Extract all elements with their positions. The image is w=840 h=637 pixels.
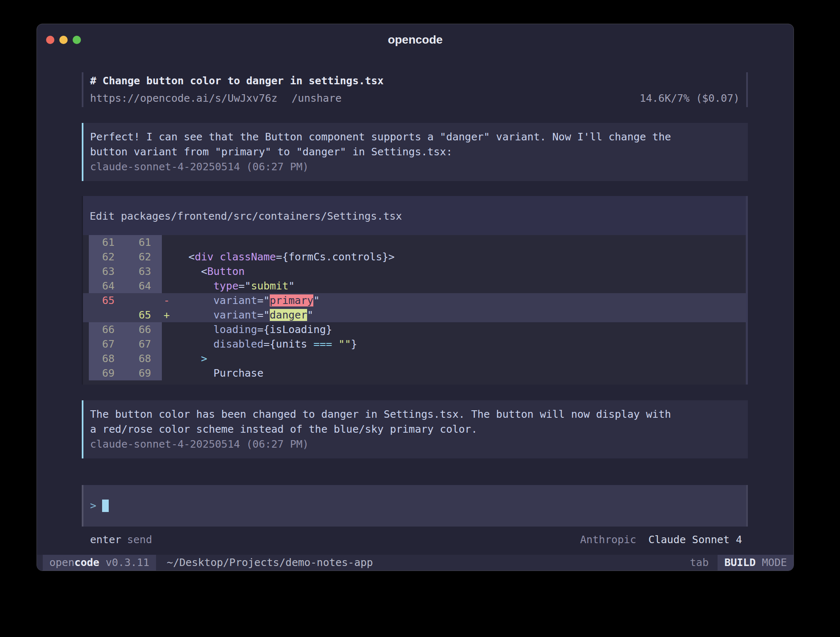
line-number-new: 69: [125, 366, 162, 380]
code-token: [176, 294, 213, 306]
maximize-button[interactable]: [73, 36, 81, 44]
code-token: Button: [207, 265, 244, 277]
diff-row: 6161: [83, 235, 746, 250]
line-number-new: 63: [125, 264, 162, 279]
line-number-new: 65: [125, 308, 162, 322]
diff-row: 6666 loading={isLoading}: [83, 322, 746, 337]
assistant-message-2: The button color has been changed to dan…: [82, 400, 748, 458]
close-button[interactable]: [46, 36, 54, 44]
diff-row: 65- variant="primary": [83, 293, 746, 308]
diff-row: 6363 <Button: [83, 264, 746, 279]
code-token: ": [307, 309, 313, 321]
diff-marker: [162, 322, 176, 337]
line-number-old: 61: [89, 235, 125, 250]
diff-row: 6868 >: [83, 351, 746, 366]
code-token: variant: [213, 294, 257, 306]
text-cursor: [102, 500, 109, 512]
message-text: Perfect! I can see that the Button compo…: [90, 130, 741, 159]
code-token: [176, 280, 213, 292]
code-line: type="submit": [176, 279, 746, 293]
context-stats: 14.6K/7% ($0.07): [640, 90, 740, 107]
traffic-lights: [46, 24, 81, 56]
window-title: opencode: [388, 33, 442, 47]
line-number-new: 61: [125, 235, 162, 250]
code-token: =": [257, 309, 270, 321]
line-number-old: 67: [89, 337, 125, 351]
message-text: The button color has been changed to dan…: [90, 407, 741, 437]
app-version: v0.3.11: [99, 556, 149, 568]
line-number-old: 65: [89, 293, 125, 308]
code-token: ={units: [264, 338, 313, 350]
code-token: <: [176, 265, 207, 277]
main-content: # Change button color to danger in setti…: [37, 56, 794, 555]
code-token: ===: [313, 338, 332, 350]
mode-suffix: MODE: [756, 556, 787, 568]
code-token: ": [288, 280, 295, 292]
message-meta: claude-sonnet-4-20250514 (06:27 PM): [90, 159, 741, 174]
diff-marker: [162, 351, 176, 366]
code-token: <: [176, 251, 195, 263]
diff-row: 6767 disabled={units === ""}: [83, 337, 746, 351]
cwd-path: ~/Desktop/Projects/demo-notes-app: [167, 555, 373, 571]
session-title: # Change button color to danger in setti…: [90, 72, 740, 90]
code-token: ={isLoading}: [257, 323, 332, 336]
build-mode-badge: BUILD MODE: [718, 555, 794, 571]
code-token: type: [213, 280, 238, 292]
diff-row: 6262 <div className={formCs.controls}>: [83, 250, 746, 264]
code-line: [176, 235, 746, 250]
model-label: Claude Sonnet 4: [648, 534, 742, 546]
code-token: disabled: [213, 338, 263, 350]
diff-marker: [162, 366, 176, 380]
enter-key-hint: enter: [90, 533, 121, 546]
tab-key-hint: tab: [690, 555, 708, 571]
code-line: <Button: [176, 264, 746, 279]
code-token: div: [195, 251, 213, 263]
code-token: =": [239, 280, 251, 292]
diff-row: 6969 Purchase: [83, 366, 746, 380]
line-number-old: 66: [89, 322, 125, 337]
code-token: [176, 338, 213, 350]
share-url[interactable]: https://opencode.ai/s/UwJxv76z: [90, 90, 278, 107]
line-number-old: 68: [89, 351, 125, 366]
diff-marker: +: [162, 308, 176, 322]
session-header: # Change button color to danger in setti…: [82, 72, 748, 107]
line-number-new: 64: [125, 279, 162, 293]
line-number-old: 69: [89, 366, 125, 380]
code-token: variant: [213, 309, 257, 321]
app-name-suffix: code: [74, 556, 99, 568]
status-bar: opencode v0.3.11 ~/Desktop/Projects/demo…: [37, 555, 794, 571]
diff-marker: [162, 337, 176, 351]
code-token: }: [351, 338, 357, 350]
line-number-old: 62: [89, 250, 125, 264]
diff-marker: [162, 235, 176, 250]
model-indicator: Anthropic Claude Sonnet 4: [580, 533, 742, 546]
diff-row: 6464 type="submit": [83, 279, 746, 293]
session-subline: https://opencode.ai/s/UwJxv76z /unshare …: [90, 90, 740, 107]
app-window: opencode # Change button color to danger…: [37, 24, 794, 571]
prompt-symbol: >: [90, 498, 96, 513]
line-number-old: [89, 308, 125, 322]
code-token: ={formCs.controls}>: [276, 251, 395, 263]
send-action-label: send: [127, 533, 152, 546]
line-number-old: 64: [89, 279, 125, 293]
code-line: loading={isLoading}: [176, 322, 746, 337]
app-version-chip: opencode v0.3.11: [43, 555, 156, 571]
edit-tool-header: Edit packages/frontend/src/containers/Se…: [83, 196, 746, 235]
code-line: disabled={units === ""}: [176, 337, 746, 351]
prompt-input[interactable]: >: [82, 485, 748, 527]
diff-marker: -: [162, 293, 176, 308]
code-token: >: [201, 353, 207, 365]
line-number-new: 66: [125, 322, 162, 337]
mode-name: BUILD: [724, 556, 755, 568]
code-token: danger: [270, 309, 307, 321]
minimize-button[interactable]: [59, 36, 68, 44]
code-token: [176, 353, 201, 365]
code-token: className: [220, 251, 276, 263]
line-number-old: 63: [89, 264, 125, 279]
unshare-command[interactable]: /unshare: [292, 90, 342, 107]
code-token: ": [313, 294, 320, 306]
code-token: loading: [213, 323, 257, 336]
line-number-new: 67: [125, 337, 162, 351]
line-number-new: 62: [125, 250, 162, 264]
line-number-new: 68: [125, 351, 162, 366]
